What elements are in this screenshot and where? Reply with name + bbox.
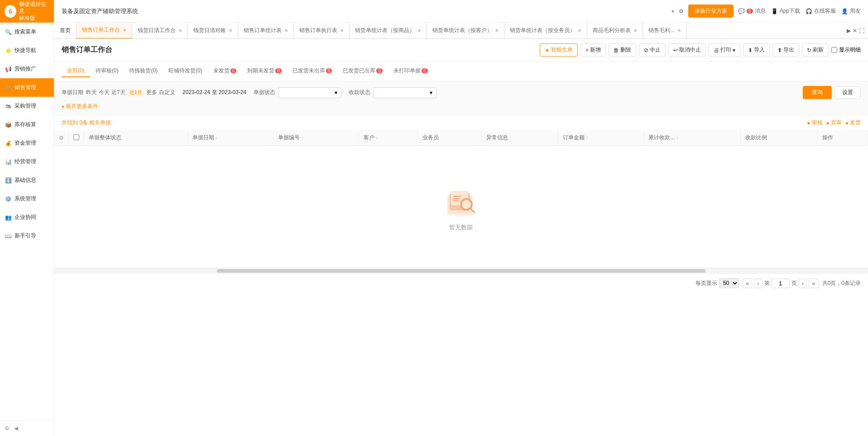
first-page-btn[interactable]: « [743, 279, 752, 288]
col-number[interactable]: 单据编号 [273, 130, 359, 146]
tab-close-8[interactable]: ✕ [578, 28, 581, 33]
smart-create-btn[interactable]: ★ 智能生单 [540, 43, 578, 57]
tab-close-4[interactable]: ✕ [284, 28, 288, 33]
filter-tab-not-shipped[interactable]: 未发货0 [208, 65, 242, 77]
tab-daily-clear-workbench[interactable]: 钱货日清工作台 ✕ [132, 23, 188, 39]
expand-more-btn[interactable]: ▾ 展开更多条件 [62, 103, 98, 110]
sidebar-item-sales[interactable]: 🛒 销售管理 [0, 78, 54, 97]
sidebar-item-finance[interactable]: 💰 资金管理 [0, 134, 54, 152]
ship-action-btn[interactable]: ● 发货 [845, 119, 861, 127]
payment-select[interactable]: ▾ [373, 87, 436, 98]
tab-close-9[interactable]: ✕ [633, 28, 637, 33]
sidebar-item-basic-info[interactable]: ℹ️ 基础信息 [0, 171, 54, 190]
sidebar-item-purchase[interactable]: 🛍 采购管理 [0, 97, 54, 115]
show-detail-label[interactable]: 显示明细 [831, 46, 861, 54]
sidebar-item-marketing[interactable]: 📢 营销推广 [0, 60, 54, 78]
show-detail-checkbox[interactable] [831, 47, 837, 53]
star-icon: ⭐ [5, 47, 12, 54]
shortcut-more[interactable]: 更多 [146, 89, 157, 96]
unreview-action-btn[interactable]: ● 弃审 [826, 119, 842, 127]
tab-close-10[interactable]: ✕ [677, 28, 681, 33]
tab-home[interactable]: 首页 [54, 23, 77, 39]
filter-tab-pending-review[interactable]: 待审核(0) [90, 65, 124, 77]
refresh-icon: ↻ [807, 47, 811, 53]
filter-tab-all[interactable]: 全部(0) [62, 65, 90, 77]
status-select[interactable]: ▾ [278, 87, 341, 98]
next-page-btn[interactable]: › [799, 279, 807, 288]
page-size-dropdown[interactable]: 50 [719, 278, 739, 288]
app-download-item[interactable]: 📱 App下载 [771, 7, 800, 15]
col-amount[interactable]: 订单金额 [558, 130, 644, 146]
col-collected[interactable]: 累计收款... [644, 130, 741, 146]
tab-close-1[interactable]: ✕ [123, 28, 126, 33]
select-all-checkbox[interactable] [73, 134, 79, 140]
sidebar-item-system[interactable]: ⚙️ 系统管理 [0, 190, 54, 208]
tab-sales-margin[interactable]: 销售毛利... ✕ [643, 23, 687, 39]
tab-close-5[interactable]: ✕ [340, 28, 344, 33]
tab-daily-clear-reconcile[interactable]: 钱货日清对账 ✕ [188, 23, 238, 39]
tab-close-all-icon[interactable]: ✕ [853, 28, 857, 34]
sidebar-item-inventory[interactable]: 📦 库存核算 [0, 115, 54, 134]
dropdown-arrow-icon[interactable]: ▾ [671, 8, 674, 14]
col-settings[interactable]: ⚙ [54, 130, 69, 146]
filter-tab-not-printed[interactable]: 未打印单据0 [388, 65, 433, 77]
import-btn[interactable]: ⬇ 导入 [743, 43, 770, 57]
sidebar-item-operations[interactable]: 📊 经营管理 [0, 152, 54, 171]
settings-bottom-icon[interactable]: ⚙ [5, 425, 10, 431]
tab-close-6[interactable]: ✕ [417, 28, 421, 33]
sidebar-item-search[interactable]: 🔍 搜索菜单 [0, 23, 54, 41]
horizontal-scrollbar[interactable] [54, 268, 868, 273]
filter-tab-wangpu-ship[interactable]: 旺铺待发货(0) [163, 65, 208, 77]
filter-tab-shipped-out[interactable]: 已发货已出库0 [337, 65, 388, 77]
sidebar-item-cooperation[interactable]: 👥 企业协同 [0, 208, 54, 227]
tab-sales-exec[interactable]: 销售订单执行表 ✕ [294, 23, 350, 39]
col-date[interactable]: 单据日期 [188, 130, 273, 146]
delete-btn[interactable]: 🗑 删除 [609, 43, 636, 57]
tab-product-margin[interactable]: 商品毛利分析表 ✕ [587, 23, 643, 39]
col-ratio: 收款比例 [741, 130, 818, 146]
export-btn[interactable]: ⬆ 导出 [772, 43, 799, 57]
add-btn[interactable]: + 新增 [580, 43, 606, 57]
tab-sales-order-workbench[interactable]: 销售订单工作台 ✕ [77, 23, 132, 39]
sidebar-item-guide[interactable]: 📖 新手引导 [0, 227, 54, 245]
filter-tab-shipped-not-out[interactable]: 已发货未出库0 [287, 65, 338, 77]
print-btn[interactable]: 🖨 打印 ▾ [709, 43, 740, 57]
tab-sales-stats[interactable]: 销售订单统计表 ✕ [238, 23, 294, 39]
logo-icon: 6 [5, 5, 16, 18]
tab-close-2[interactable]: ✕ [178, 28, 182, 33]
refresh-btn[interactable]: ↻ 刷新 [802, 43, 829, 57]
tab-close-7[interactable]: ✕ [495, 28, 499, 33]
cancel-stop-btn[interactable]: ↩ 取消中止 [668, 43, 706, 57]
message-item[interactable]: 💬 6 消息 [738, 7, 766, 15]
shortcut-custom[interactable]: 自定义 [159, 89, 175, 96]
online-service-item[interactable]: 🎧 在线客服 [806, 7, 836, 15]
collapse-icon[interactable]: ◀ [14, 425, 18, 431]
shortcut-1month[interactable]: 近1月 [127, 89, 144, 96]
last-page-btn[interactable]: » [809, 279, 818, 288]
shortcut-today[interactable]: 今天 [99, 89, 110, 96]
tab-ship-by-customer[interactable]: 销货单统计表（按客户） ✕ [427, 23, 504, 39]
tab-fullscreen-icon[interactable]: ⛶ [859, 28, 864, 34]
industry-btn[interactable]: 体验行业方案 [688, 5, 734, 18]
col-checkbox[interactable] [69, 130, 84, 146]
tab-ship-by-product[interactable]: 销货单统计表（按商品） ✕ [350, 23, 427, 39]
shortcut-yesterday[interactable]: 昨天 [86, 89, 97, 96]
settings-header-icon[interactable]: ⚙ [679, 8, 684, 14]
filter-tab-pending-check[interactable]: 待拣验货(0) [124, 65, 163, 77]
query-btn[interactable]: 查询 [803, 86, 832, 99]
sidebar-logo: 6 畅捷通好生意 标准版 [0, 0, 54, 23]
tab-ship-by-salesperson[interactable]: 销货单统计表（按业务员） ✕ [504, 23, 587, 39]
stop-btn[interactable]: ⊘ 中止 [639, 43, 666, 57]
scroll-thumb[interactable] [217, 269, 705, 273]
col-customer[interactable]: 客户 [359, 130, 418, 146]
tab-overflow-icon[interactable]: ▶ [847, 28, 851, 34]
prev-page-btn[interactable]: ‹ [754, 279, 762, 288]
shortcut-7days[interactable]: 近7天 [111, 89, 125, 96]
set-btn[interactable]: 设置 [834, 86, 861, 99]
review-action-btn[interactable]: ● 审核 [807, 119, 822, 127]
page-number-input[interactable] [772, 279, 790, 288]
filter-tab-overdue-not-shipped[interactable]: 到期未发货0 [242, 65, 287, 77]
user-item[interactable]: 👤 用友 [841, 7, 861, 15]
sidebar-item-quicknav[interactable]: ⭐ 快捷导航 [0, 41, 54, 60]
tab-close-3[interactable]: ✕ [229, 28, 232, 33]
